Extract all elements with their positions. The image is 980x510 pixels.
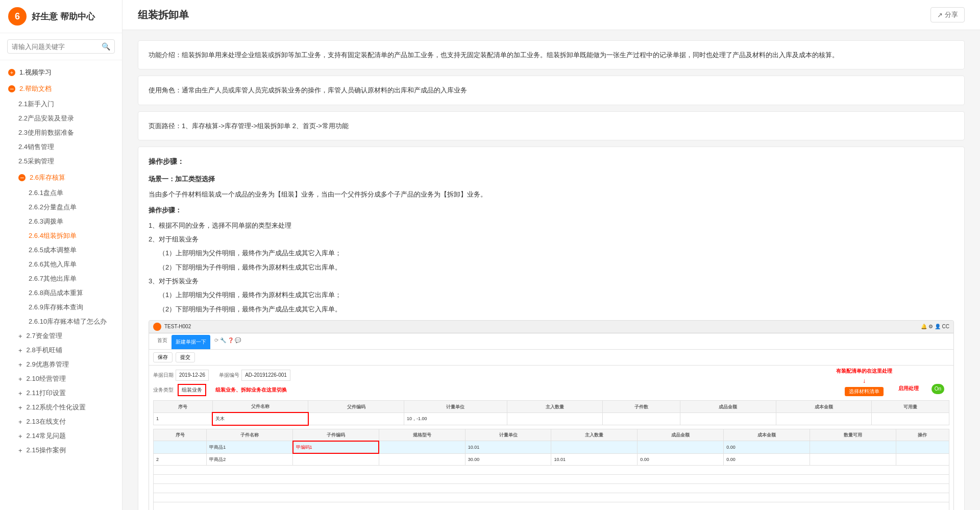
ss-bth-unit: 计量单位	[465, 429, 551, 441]
sidebar-item-payment[interactable]: +2.13在线支付	[18, 415, 122, 429]
ss-th-seq: 序号	[154, 401, 213, 413]
ss-bottom-header: 序号 子件名称 子件编码 规格型号 计量单位 主入数量 成品金额 成本金额 数量	[154, 429, 949, 441]
ss-company-id: TEST-H002	[164, 322, 191, 331]
sidebar-item-ledger-query[interactable]: 2.6.9库存账本查询	[29, 300, 122, 314]
sidebar-item-inventory[interactable]: − 2.6库存核算	[18, 169, 122, 186]
ss-th-unit: 计量单位	[404, 401, 507, 413]
ss-btd-1-op	[896, 441, 949, 453]
sidebar-item-part-stocktake[interactable]: 2.6.2分量盘点单	[29, 200, 122, 214]
plus-icon-payment: +	[18, 418, 22, 426]
ss-th-main-qty: 主入数量	[507, 401, 603, 413]
ss-btd-1-name: 甲商品1	[207, 441, 293, 453]
share-button[interactable]: ↗ 分享	[930, 7, 965, 22]
plus-icon-faq: +	[18, 432, 22, 440]
sidebar-item-mobile[interactable]: +2.8手机旺铺	[18, 343, 122, 357]
sidebar-item-faq[interactable]: +2.14常见问题	[18, 429, 122, 443]
ss-type-row: 业务类型 组装业务 组装业务、拆卸业务在这里切换 启用处理 On	[153, 384, 949, 396]
ss-th-product-amt: 成品金额	[680, 401, 776, 413]
sidebar-item-label: 2.帮助文档	[19, 84, 52, 93]
ss-tab-new[interactable]: 新建单据一下	[172, 335, 210, 349]
plus-icon-finance: +	[18, 332, 22, 340]
ss-th-available: 可用量	[872, 401, 949, 413]
ss-btn-submit[interactable]: 提交	[176, 352, 195, 362]
plus-icon-cases: +	[18, 447, 22, 454]
page-title: 组装拆卸单	[138, 8, 189, 22]
ss-th-parent-name: 父件名称	[212, 401, 308, 413]
sidebar-item-video[interactable]: + 1.视频学习	[0, 64, 122, 81]
operations-card: 操作步骤： 场景一：加工类型选择 当由多个子件材料组装成一个成品的业务为【组装】…	[138, 147, 965, 510]
sidebar-item-finance[interactable]: +2.7资金管理	[18, 329, 122, 343]
ss-bth-spec: 规格型号	[379, 429, 465, 441]
ss-icons: 🔔 ⚙ 👤 CC	[921, 322, 949, 331]
logo-area: 6 好生意 帮助中心	[0, 0, 122, 33]
sidebar-item-stocktake[interactable]: 2.6.1盘点单	[29, 186, 122, 200]
sidebar-item-purchase[interactable]: 2.5采购管理	[18, 154, 122, 168]
sidebar-item-cases[interactable]: +2.15操作案例	[18, 443, 122, 457]
step-1: 1、根据不同的业务，选择不同单据的类型来处理	[149, 220, 954, 231]
search-icon[interactable]: 🔍	[102, 42, 110, 51]
ss-bottom-table-area: 无固定清单可以随便在这里录入 序号 子件名称 子件编码 规格型号 计量单位	[153, 429, 949, 510]
nav-sub-docs: 2.1新手入门 2.2产品安装及登录 2.3使用前数据准备 2.4销售管理 2.…	[0, 97, 122, 457]
ss-num-val: AD-20191226-001	[241, 370, 290, 381]
ss-type-val: 组装业务	[178, 384, 206, 396]
sidebar-item-docs[interactable]: − 2.帮助文档	[0, 81, 122, 97]
sidebar-item-transfer[interactable]: 2.6.3调拨单	[29, 214, 122, 229]
intro-card: 功能介绍：组装拆卸单用来处理企业组装或拆卸等加工业务，支持有固定装配清单的产品加…	[138, 40, 965, 69]
search-area: 🔍	[0, 33, 122, 60]
sidebar-item-other-out[interactable]: 2.6.7其他出库单	[29, 272, 122, 286]
ss-type-label: 业务类型	[153, 385, 174, 395]
plus-icon-print: +	[18, 390, 22, 397]
ss-bottom-row-4	[154, 474, 949, 483]
operations-title: 操作步骤：	[149, 155, 954, 168]
sidebar-item-cost-recalc[interactable]: 2.6.8商品成本重算	[29, 286, 122, 300]
sidebar: 6 好生意 帮助中心 🔍 + 1.视频学习 − 2.帮助文档 2.1新手入门 2…	[0, 0, 122, 510]
sidebar-item-personalize[interactable]: +2.12系统个性化设置	[18, 400, 122, 415]
ss-btd-1-qty	[551, 441, 638, 453]
ss-td-available	[872, 412, 949, 425]
ss-td-unit: 10，-1.00	[404, 412, 507, 425]
sidebar-item-assembly[interactable]: 2.6.4组装拆卸单	[29, 229, 122, 243]
role-text: 使用角色：通常由生产人员或库管人员完成拆装业务的操作，库管人员确认原材料的出库和…	[149, 86, 467, 94]
ss-chrome-bar: TEST-H002 🔔 ⚙ 👤 CC	[149, 321, 953, 333]
screenshot: TEST-H002 🔔 ⚙ 👤 CC 首页 新建单据一下 ⟳ 🔧 ❓ 💬 保存 …	[149, 320, 954, 510]
sidebar-item-newbie[interactable]: 2.1新手入门	[18, 97, 122, 111]
ss-btn-save[interactable]: 保存	[153, 352, 173, 362]
ss-icon-refresh[interactable]: ⟳ 🔧 ❓ 💬	[210, 333, 245, 349]
search-input[interactable]	[12, 43, 102, 51]
logo-text: 好生意 帮助中心	[32, 11, 95, 22]
ss-btd-1-spec	[379, 441, 465, 453]
ss-bottom-row-1: 甲商品1 甲编码1 10.01 0.00	[154, 441, 949, 453]
sidebar-item-sales[interactable]: 2.4销售管理	[18, 140, 122, 154]
step-2-header: 2、对于组装业务	[149, 233, 954, 245]
ss-bottom-row-5	[154, 483, 949, 493]
sidebar-item-data-prep[interactable]: 2.3使用前数据准备	[18, 126, 122, 140]
scene1-title-text: 场景一：加工类型选择	[149, 175, 215, 183]
plus-icon-coupon: +	[18, 361, 22, 369]
sidebar-item-cost-adjust[interactable]: 2.6.5成本调整单	[29, 243, 122, 257]
ss-td-sub-count	[603, 412, 680, 425]
ss-btd-1-camt: 0.00	[724, 441, 810, 453]
ss-btd-2-qty: 10.01	[551, 453, 638, 465]
ss-bth-seq: 序号	[154, 429, 207, 441]
ss-annotation3-area: 启用处理	[898, 384, 919, 393]
ss-bottom-row-7	[154, 502, 949, 510]
ss-td-seq: 1	[154, 412, 213, 425]
step-3-1: （1）上部明细为父件明细，最终作为原材料生成其它出库单；	[149, 289, 954, 301]
ss-btd-2-seq: 2	[154, 453, 207, 465]
ss-tab-home[interactable]: 首页	[153, 333, 172, 349]
sidebar-item-install[interactable]: 2.2产品安装及登录	[18, 111, 122, 126]
ss-btd-2-name: 甲商品2	[207, 453, 293, 465]
sidebar-item-ledger-error[interactable]: 2.6.10库存账本错了怎么办	[29, 314, 122, 329]
ss-num-field: 单据编号 AD-20191226-001	[219, 370, 290, 381]
sidebar-item-print[interactable]: +2.11打印设置	[18, 386, 122, 400]
ss-on-label[interactable]: On	[932, 384, 944, 394]
ss-annotation2-text: 组装业务、拆卸业务在这里切换	[215, 385, 287, 395]
step-3-2: （2）下部明细为子件明细，最终作为产成品生成其它入库单。	[149, 303, 954, 315]
ss-btd-2-avail	[810, 453, 896, 465]
sidebar-item-other-in[interactable]: 2.6.6其他入库单	[29, 257, 122, 272]
sidebar-item-operations[interactable]: +2.10经营管理	[18, 372, 122, 386]
sidebar-item-coupon[interactable]: +2.9优惠券管理	[18, 357, 122, 372]
ss-td-parent-name: 关木	[212, 412, 308, 425]
ss-td-parent-code	[308, 412, 404, 425]
ss-bth-sub-name: 子件名称	[207, 429, 293, 441]
